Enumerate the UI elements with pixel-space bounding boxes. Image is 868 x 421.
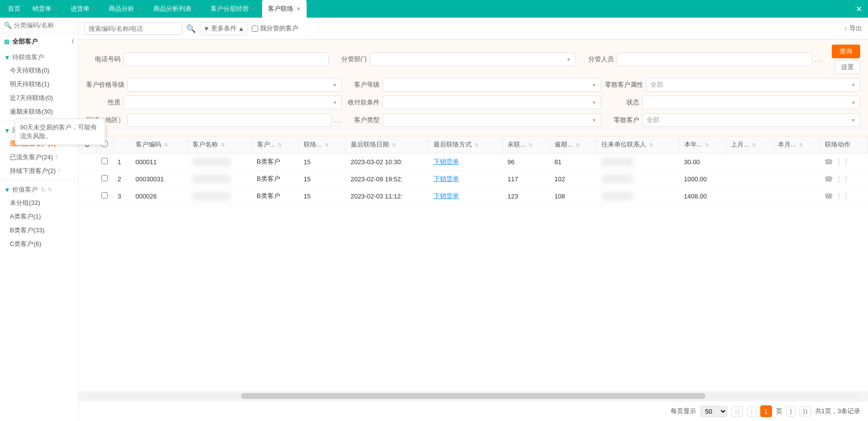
more-icon[interactable]: …: [814, 55, 822, 64]
edit-icon[interactable]: ✎: [48, 186, 52, 193]
contact-column-header[interactable]: 联络... ⇅: [299, 136, 346, 153]
type-column-header[interactable]: 客户... ⇅: [252, 136, 299, 153]
tab-customer-segment[interactable]: 客户分层经营 ✕: [205, 0, 262, 18]
tab-bar: 首页 销货单 ✕ 进货单 ✕ 商品分析 ✕ 商品分析列表 ✕ 客户分层经营 ✕ …: [0, 0, 868, 18]
collapse-icon[interactable]: 《: [69, 38, 74, 45]
adv-field-dept: 分管部门 ▼: [333, 52, 575, 66]
refresh-icon[interactable]: ↻: [41, 186, 46, 193]
adv-actions: 查询 设置: [826, 45, 860, 74]
sidebar-search-input[interactable]: [14, 22, 78, 29]
manager-input[interactable]: [617, 52, 812, 66]
customer-level-select[interactable]: ▼: [383, 78, 601, 92]
this-year-column-header[interactable]: 本年... ⇅: [679, 136, 726, 153]
all-customers-header[interactable]: ⊞ 全部客户 《: [0, 33, 78, 50]
last-contact-date-column-header[interactable]: 最后联络日期 ⇅: [346, 136, 429, 153]
sidebar-item-overdue[interactable]: 逾期未联络(30): [0, 105, 78, 119]
close-all-tabs-button[interactable]: ✕: [852, 4, 866, 14]
name-column-header[interactable]: 客户名称 ⇅: [188, 136, 252, 153]
page-size-select[interactable]: 50 100: [700, 406, 727, 417]
customer-type-select[interactable]: ▼: [383, 113, 601, 127]
more-action-icon[interactable]: ⋮⋮: [836, 175, 849, 183]
zero-customer-select[interactable]: 全部 ▼: [642, 113, 860, 127]
more-action-icon[interactable]: ⋮⋮: [836, 158, 849, 166]
this-year-cell: 30.00: [679, 153, 726, 171]
last-month-cell: [726, 188, 773, 205]
chevron-down-icon-2: ▼: [332, 82, 337, 88]
tab-customer-contact[interactable]: 客户联络 ✕: [262, 0, 307, 18]
payment-select[interactable]: ▼: [383, 96, 601, 109]
triangle-down-icon-2: ▼: [4, 127, 10, 134]
contact-action-icon[interactable]: ☎: [824, 175, 833, 183]
next-page-button[interactable]: ⟩: [786, 406, 796, 417]
query-button[interactable]: 查询: [832, 45, 860, 58]
this-year-cell: 1000.00: [679, 171, 726, 188]
sidebar-item-unsegmented[interactable]: 未分组(32): [0, 196, 78, 210]
region-more-icon[interactable]: …: [334, 116, 341, 124]
tab-purchase-close[interactable]: ✕: [93, 6, 97, 12]
gender-select[interactable]: ▼: [123, 96, 341, 109]
this-month-column-header[interactable]: 本月... ⇅: [773, 136, 820, 153]
horizontal-scrollbar[interactable]: [86, 393, 860, 399]
first-page-button[interactable]: ⟨⟨: [731, 406, 743, 417]
lost-help-icon[interactable]: ?: [55, 154, 58, 160]
last-contact-method-cell: 下销货单: [429, 188, 503, 205]
sidebar-item-week[interactable]: 近7天待联络(0): [0, 91, 78, 105]
sidebar-item-today[interactable]: 今天待联络(0): [0, 64, 78, 77]
tab-sales[interactable]: 销货单 ✕: [26, 0, 65, 18]
row-checkbox-1[interactable]: [101, 175, 108, 181]
contact-action-icon[interactable]: ☎: [824, 158, 833, 166]
tab-home[interactable]: 首页: [2, 0, 26, 18]
settings-button[interactable]: 设置: [835, 60, 860, 74]
price-level-select[interactable]: ▼: [127, 78, 341, 92]
declining-help-icon[interactable]: ?: [58, 168, 61, 174]
last-contact-method-cell: 下销货单: [429, 153, 503, 171]
sort-icon-10: ⇅: [705, 142, 709, 148]
my-customers-checkbox[interactable]: [252, 25, 258, 32]
sidebar-item-class-b[interactable]: B类客户(33): [0, 223, 78, 237]
uncontacted-cell: 117: [503, 171, 550, 188]
status-select[interactable]: ▼: [642, 96, 860, 109]
phone-input[interactable]: [123, 52, 329, 66]
sidebar-item-lost[interactable]: 已流失客户(24) ?: [0, 150, 78, 164]
code-column-header[interactable]: 客户编码 ⇅: [131, 136, 188, 153]
prev-page-button[interactable]: ⟨: [747, 406, 756, 417]
search-input[interactable]: [84, 23, 182, 35]
tab-customer-segment-close[interactable]: ✕: [252, 6, 256, 12]
adv-field-zero-customer: 零散客户 全部 ▼: [605, 113, 860, 127]
unit-contact-column-header[interactable]: 往来单位联系人 ⇅: [597, 136, 679, 153]
tab-analysis-table-close[interactable]: ✕: [194, 6, 199, 12]
sidebar-item-class-c[interactable]: C类客户(6): [0, 237, 78, 251]
tab-analysis[interactable]: 商品分析 ✕: [103, 0, 147, 18]
tab-analysis-table[interactable]: 商品分析列表 ✕: [147, 0, 205, 18]
last-page-button[interactable]: ⟩⟩: [799, 406, 811, 417]
zero-customer-label: 零散客户: [605, 116, 639, 124]
contact-action-icon[interactable]: ☎: [824, 192, 833, 200]
sidebar-item-declining[interactable]: 持续下滑客户(2) ?: [0, 164, 78, 178]
dept-select[interactable]: ▼: [370, 52, 575, 66]
zero-attr-select[interactable]: 全部 ▼: [646, 78, 860, 92]
tab-purchase[interactable]: 进货单 ✕: [65, 0, 103, 18]
overdue-column-header[interactable]: 逾期... ⇅: [550, 136, 597, 153]
my-customers-checkbox-label[interactable]: 我分管的客户: [252, 24, 298, 33]
last-contact-method-column-header[interactable]: 最后联络方式 ⇅: [429, 136, 503, 153]
value-group-label[interactable]: ▼ 价值客户 ↻ ✎: [0, 182, 78, 196]
customer-table: ⚙ 客户编码 ⇅ 客户名称 ⇅: [78, 136, 868, 205]
row-checkbox-2[interactable]: [101, 192, 108, 198]
export-button[interactable]: ↑ 导出: [844, 24, 863, 33]
more-conditions-button[interactable]: ▼ 更多条件 ▲: [200, 22, 248, 35]
sidebar-item-tomorrow[interactable]: 明天待联络(1): [0, 77, 78, 91]
tab-analysis-close[interactable]: ✕: [137, 6, 142, 12]
region-input[interactable]: [127, 113, 332, 127]
row-checkbox-0[interactable]: [101, 158, 108, 164]
pending-group-label[interactable]: ▼ 待联络客户: [0, 50, 78, 64]
sidebar-item-class-a[interactable]: A类客户(1): [0, 210, 78, 223]
tab-sales-close[interactable]: ✕: [54, 6, 59, 12]
last-month-column-header[interactable]: 上月... ⇅: [726, 136, 773, 153]
uncontacted-column-header[interactable]: 未联... ⇅: [503, 136, 550, 153]
this-month-cell: [773, 153, 820, 171]
overdue-cell: 81: [550, 153, 597, 171]
tab-customer-contact-close[interactable]: ✕: [296, 6, 301, 12]
more-action-icon[interactable]: ⋮⋮: [836, 192, 849, 200]
adv-field-price-level: 客户价格等级 ▼: [86, 78, 341, 92]
search-button[interactable]: 🔍: [186, 24, 196, 33]
